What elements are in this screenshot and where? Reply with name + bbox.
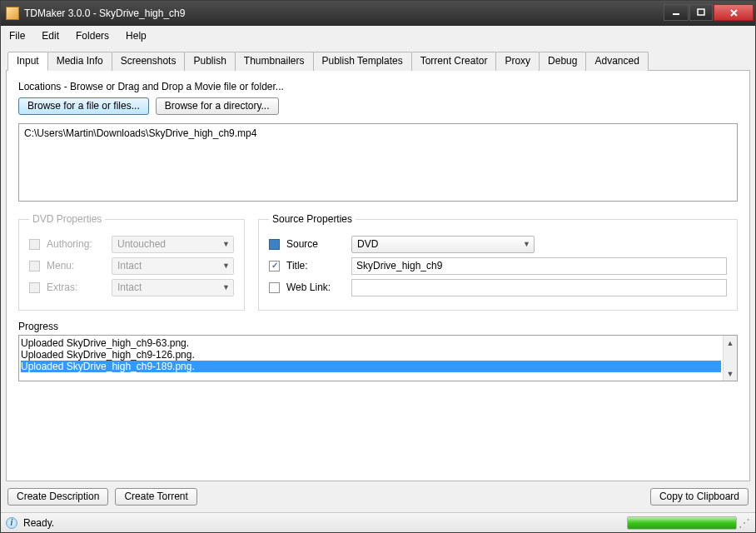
tab-torrent-creator[interactable]: Torrent Creator (411, 52, 497, 71)
tab-media-info[interactable]: Media Info (47, 52, 112, 71)
progress-line: Uploaded SkyDrive_high_ch9-126.png. (21, 349, 721, 361)
extras-combo: Intact▼ (112, 279, 234, 296)
dvd-legend: DVD Properties (29, 213, 105, 225)
title-label: Title: (286, 260, 351, 271)
chevron-down-icon: ▼ (222, 262, 230, 270)
source-checkbox[interactable] (269, 239, 280, 250)
tab-debug[interactable]: Debug (539, 52, 586, 71)
progress-scrollbar[interactable]: ▲ ▼ (723, 336, 737, 381)
tab-strip: Input Media Info Screenshots Publish Thu… (6, 51, 750, 71)
menu-file[interactable]: File (9, 30, 25, 42)
app-window: TDMaker 3.0.0 - SkyDrive_high_ch9 File E… (0, 0, 756, 533)
tab-input[interactable]: Input (7, 52, 48, 71)
menu-help[interactable]: Help (126, 30, 147, 42)
menu-checkbox (29, 261, 40, 271)
authoring-checkbox (29, 239, 40, 250)
source-properties-group: Source Properties Source DVD▼ Title: Web… (258, 213, 738, 311)
chevron-down-icon: ▼ (222, 240, 230, 248)
locations-label: Locations - Browse or Drag and Drop a Mo… (18, 81, 738, 92)
menu-folders[interactable]: Folders (76, 30, 109, 42)
tab-proxy[interactable]: Proxy (495, 52, 540, 71)
scroll-up-icon[interactable]: ▲ (724, 336, 737, 350)
window-title: TDMaker 3.0.0 - SkyDrive_high_ch9 (24, 7, 663, 19)
weblink-label: Web Link: (286, 281, 351, 293)
source-legend: Source Properties (269, 213, 356, 225)
chevron-down-icon: ▼ (222, 283, 230, 291)
titlebar[interactable]: TDMaker 3.0.0 - SkyDrive_high_ch9 (1, 1, 755, 26)
authoring-label: Authoring: (47, 238, 112, 250)
weblink-input[interactable] (351, 279, 727, 296)
status-progress-fill (628, 517, 736, 529)
weblink-checkbox[interactable] (269, 282, 280, 293)
minimize-button[interactable] (664, 4, 689, 21)
status-progress-bar (627, 516, 737, 530)
menu-combo: Intact▼ (112, 257, 234, 275)
source-label: Source (286, 238, 351, 250)
create-description-button[interactable]: Create Description (7, 488, 108, 506)
menubar: File Edit Folders Help (1, 26, 755, 46)
progress-lines[interactable]: Uploaded SkyDrive_high_ch9-63.png. Uploa… (19, 336, 723, 381)
file-list-item[interactable]: C:\Users\Martin\Downloads\SkyDrive_high_… (24, 127, 732, 139)
progress-line: Uploaded SkyDrive_high_ch9-63.png. (21, 337, 721, 349)
resize-grip-icon[interactable]: ⋰ (737, 516, 750, 530)
tab-publish-templates[interactable]: Publish Templates (313, 52, 412, 71)
authoring-combo: Untouched▼ (112, 236, 234, 253)
chevron-down-icon: ▼ (523, 240, 530, 248)
menu-label: Menu: (47, 260, 112, 271)
maximize-button[interactable] (689, 4, 713, 21)
browse-files-button[interactable]: Browse for a file or files... (18, 97, 149, 115)
tab-thumbnailers[interactable]: Thumbnailers (235, 52, 314, 71)
close-button[interactable] (714, 4, 754, 21)
client-area: Input Media Info Screenshots Publish Thu… (1, 46, 755, 512)
status-text: Ready. (23, 517, 627, 529)
progress-line-selected[interactable]: Uploaded SkyDrive_high_ch9-189.png. (21, 361, 721, 372)
dvd-properties-group: DVD Properties Authoring: Untouched▼ Men… (18, 213, 245, 311)
menu-edit[interactable]: Edit (42, 30, 59, 42)
progress-label: Progress (18, 321, 738, 332)
info-icon: i (6, 517, 17, 529)
app-icon (6, 7, 19, 20)
svg-rect-1 (698, 9, 704, 15)
extras-checkbox (29, 282, 40, 293)
statusbar: i Ready. ⋰ (1, 512, 755, 532)
progress-log: Uploaded SkyDrive_high_ch9-63.png. Uploa… (18, 335, 738, 381)
title-checkbox[interactable] (269, 261, 280, 271)
title-input[interactable] (351, 257, 727, 275)
create-torrent-button[interactable]: Create Torrent (115, 488, 196, 506)
extras-label: Extras: (47, 281, 112, 293)
tab-advanced[interactable]: Advanced (585, 52, 648, 71)
scroll-down-icon[interactable]: ▼ (724, 366, 737, 381)
copy-clipboard-button[interactable]: Copy to Clipboard (650, 488, 749, 506)
browse-directory-button[interactable]: Browse for a directory... (156, 97, 279, 115)
tab-panel-input: Locations - Browse or Drag and Drop a Mo… (6, 71, 750, 481)
bottom-button-bar: Create Description Create Torrent Copy t… (6, 481, 750, 512)
tab-publish[interactable]: Publish (184, 52, 235, 71)
source-combo[interactable]: DVD▼ (351, 236, 535, 253)
file-list[interactable]: C:\Users\Martin\Downloads\SkyDrive_high_… (18, 123, 738, 202)
tab-screenshots[interactable]: Screenshots (112, 52, 186, 71)
